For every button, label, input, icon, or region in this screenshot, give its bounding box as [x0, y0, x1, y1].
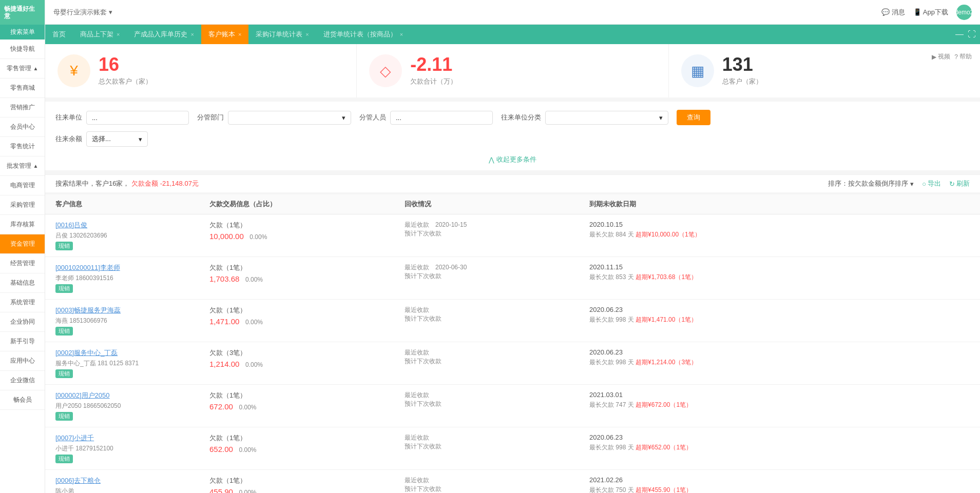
- tab-label: 采购订单统计表: [256, 30, 302, 39]
- customer-name[interactable]: [0003]畅捷服务尹海蕊: [55, 306, 209, 315]
- overdue-link[interactable]: 超期¥672.00（1笔）: [636, 401, 692, 408]
- sidebar-item-marketing[interactable]: 营销推广: [0, 98, 45, 117]
- sidebar-search[interactable]: 搜索菜单: [0, 25, 45, 40]
- sidebar-logo: 畅捷通好生意: [0, 0, 45, 25]
- sidebar-item-ecommerce[interactable]: 电商管理: [0, 176, 45, 195]
- message-btn[interactable]: 💬 消息: [881, 8, 905, 17]
- supplier-input[interactable]: ...: [86, 111, 189, 125]
- due-date: 2021.02.26: [589, 476, 970, 484]
- debt-amount-row: 672.00 0.00%: [209, 402, 405, 411]
- avatar[interactable]: demo2: [956, 5, 972, 20]
- maximize-icon[interactable]: ⛶: [968, 30, 976, 39]
- video-btn[interactable]: ▶ 视频: [932, 52, 950, 61]
- sidebar-item-ops-mgmt[interactable]: 经营管理: [0, 254, 45, 273]
- collapse-btn[interactable]: ⋀ 收起更多条件: [55, 153, 970, 166]
- table-row: [0007]小进千 小进千 18279152100 现销 欠款（1笔） 652.…: [45, 427, 980, 470]
- tab-customer-account[interactable]: 客户账本×: [201, 25, 248, 44]
- sidebar-item-app-center[interactable]: 应用中心: [0, 351, 45, 371]
- sort-selector[interactable]: 排序：按欠款金额倒序排序 ▾: [828, 179, 914, 188]
- sidebar-item-batch-mgmt[interactable]: 批发管理▲: [0, 156, 45, 176]
- due-date: 2020.11.15: [589, 263, 970, 271]
- header-left: 母婴行业演示账套 ▾: [53, 8, 112, 17]
- overdue-link[interactable]: 超期¥1,471.00（1笔）: [636, 316, 697, 323]
- message-icon: 💬: [881, 8, 890, 16]
- sidebar-item-finance[interactable]: 资金管理: [0, 234, 45, 254]
- export-btn[interactable]: ○ 导出: [922, 179, 941, 188]
- overdue-link[interactable]: 超期¥10,000.00（1笔）: [636, 231, 701, 238]
- chevron-down-icon: ▾: [910, 180, 914, 188]
- collection-info-5: 最近收款 预计下次收款: [405, 433, 589, 451]
- tab-product-status[interactable]: 商品上下架×: [73, 25, 127, 44]
- debt-info-1: 欠款（1笔） 1,703.68 0.00%: [209, 263, 405, 283]
- customer-name[interactable]: [0007]小进千: [55, 433, 209, 443]
- debt-percent: 0.00%: [239, 446, 257, 453]
- customer-tag: 现销: [55, 284, 73, 293]
- collection-info-0: 最近收款 2020-10-15 预计下次收款: [405, 221, 589, 238]
- overdue-link[interactable]: 超期¥1,703.68（1笔）: [636, 273, 697, 281]
- overdue-info: 最长欠款 853 天 超期¥1,703.68（1笔）: [589, 273, 970, 282]
- recent-collection: 最近收款 2020-10-15: [405, 221, 589, 229]
- person-input[interactable]: ...: [390, 111, 493, 125]
- customer-name[interactable]: [0006]去下粮仓: [55, 476, 209, 485]
- app-download-btn[interactable]: 📱 App下载: [913, 8, 948, 17]
- balance-select[interactable]: 选择... ▾: [86, 131, 148, 147]
- overdue-info: 最长欠款 884 天 超期¥10,000.00（1笔）: [589, 230, 970, 239]
- customer-name[interactable]: [000002]用户2050: [55, 391, 209, 400]
- sidebar-item-retail-mall[interactable]: 零售商城: [0, 78, 45, 98]
- tab-close-icon[interactable]: ×: [117, 31, 120, 37]
- next-collection: 预计下次收款: [405, 485, 589, 493]
- debt-amount-row: 1,703.68 0.00%: [209, 274, 405, 283]
- tab-close-icon[interactable]: ×: [305, 31, 309, 37]
- table-row: [0002]服务中心_丁磊 服务中心_丁磊 181 0125 8371 现销 欠…: [45, 342, 980, 385]
- dept-input[interactable]: ▾: [228, 111, 351, 125]
- tab-purchase-stats[interactable]: 采购订单统计表×: [248, 25, 316, 44]
- overdue-link[interactable]: 超期¥455.90（1笔）: [636, 486, 692, 493]
- customer-name[interactable]: [00010200011]李老师: [55, 263, 209, 272]
- stat-value-3: 131: [722, 55, 762, 74]
- tab-close-icon[interactable]: ×: [238, 31, 241, 37]
- tab-close-icon[interactable]: ×: [400, 31, 403, 37]
- debt-count: 欠款（1笔）: [209, 306, 405, 315]
- tab-purchase-product-stats[interactable]: 进货单统计表（按商品）×: [316, 25, 410, 44]
- sidebar-item-member-center[interactable]: 会员中心: [0, 117, 45, 137]
- tab-home[interactable]: 首页: [45, 25, 73, 44]
- overdue-link[interactable]: 超期¥1,214.00（3笔）: [636, 359, 697, 366]
- recent-collection: 最近收款: [405, 306, 589, 314]
- overdue-link[interactable]: 超期¥652.00（1笔）: [636, 444, 692, 451]
- stat-info-3: 131 总客户（家）: [722, 55, 762, 86]
- stat-value-1: 16: [99, 55, 152, 74]
- sidebar-item-sys-mgmt[interactable]: 系统管理: [0, 293, 45, 312]
- minimize-icon[interactable]: —: [955, 30, 964, 39]
- sidebar-item-purchase-mgmt[interactable]: 采购管理: [0, 195, 45, 215]
- sidebar-item-enterprise[interactable]: 企业协同: [0, 312, 45, 332]
- company-selector[interactable]: 母婴行业演示账套 ▾: [53, 8, 112, 17]
- next-collection: 预计下次收款: [405, 357, 589, 366]
- sidebar-item-retail-mgmt[interactable]: 零售管理▲: [0, 59, 45, 78]
- filter-balance: 往来余额 选择... ▾: [55, 131, 148, 147]
- customer-name[interactable]: [0002]服务中心_丁磊: [55, 348, 209, 358]
- tab-label: 商品上下架: [80, 30, 113, 39]
- customer-name[interactable]: [0016]吕俊: [55, 221, 209, 230]
- sidebar-item-retail-stats[interactable]: 零售统计: [0, 137, 45, 156]
- category-input[interactable]: ▾: [545, 111, 668, 125]
- sidebar-item-quick-nav[interactable]: 快捷导航: [0, 40, 45, 59]
- due-info-6: 2021.02.26 最长欠款 750 天 超期¥455.90（1笔）: [589, 476, 970, 493]
- sidebar-item-member[interactable]: 畅会员: [0, 390, 45, 410]
- sidebar-item-basic-info[interactable]: 基础信息: [0, 273, 45, 293]
- collection-info-1: 最近收款 2020-06-30 预计下次收款: [405, 263, 589, 281]
- refresh-btn[interactable]: ↻ 刷新: [949, 179, 970, 188]
- sidebar-item-inventory[interactable]: 库存核算: [0, 215, 45, 234]
- tab-product-history[interactable]: 产成品入库单历史×: [127, 25, 201, 44]
- stat-card-3: ▦ 131 总客户（家） ▶ 视频 ? 帮助: [669, 44, 980, 97]
- debt-amount: 672.00: [209, 402, 233, 411]
- sidebar-item-wechat[interactable]: 企业微信: [0, 371, 45, 390]
- customer-contact: 吕俊 13026203696: [55, 231, 209, 240]
- tab-close-icon[interactable]: ×: [190, 31, 194, 37]
- search-button[interactable]: 查询: [677, 110, 710, 125]
- help-btn[interactable]: ? 帮助: [954, 52, 972, 61]
- due-date: 2020.06.23: [589, 306, 970, 313]
- sidebar: 畅捷通好生意 搜索菜单 快捷导航零售管理▲零售商城营销推广会员中心零售统计批发管…: [0, 0, 45, 493]
- filter-row-2: 往来余额 选择... ▾: [55, 131, 970, 147]
- sidebar-item-newbie[interactable]: 新手引导: [0, 332, 45, 351]
- col-header-due: 到期未收款日期: [589, 200, 970, 209]
